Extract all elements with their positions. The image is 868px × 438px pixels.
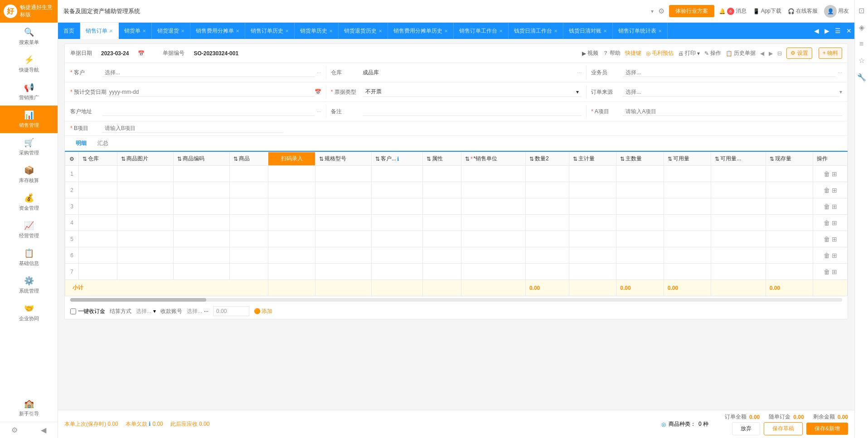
tab-close-icon[interactable]: ✕ bbox=[378, 29, 382, 34]
table-cell[interactable] bbox=[766, 198, 813, 215]
history-btn[interactable]: 📋 历史单据 bbox=[726, 49, 756, 57]
table-cell[interactable] bbox=[461, 182, 525, 198]
print-dropdown-icon[interactable]: ▾ bbox=[697, 50, 700, 57]
table-cell[interactable] bbox=[315, 215, 372, 231]
user-menu[interactable]: 👤 用友 bbox=[824, 5, 849, 18]
table-cell[interactable] bbox=[766, 215, 813, 231]
table-cell[interactable] bbox=[268, 182, 315, 198]
table-cell[interactable] bbox=[461, 264, 525, 280]
table-cell[interactable] bbox=[616, 247, 664, 264]
profit-btn[interactable]: ◎ 毛利预估 bbox=[646, 49, 674, 57]
table-cell[interactable] bbox=[422, 264, 461, 280]
col-spec[interactable]: ⇅ 规格型号 bbox=[315, 152, 372, 166]
nav-close-btn[interactable]: ✕ bbox=[844, 23, 854, 39]
table-cell[interactable] bbox=[616, 264, 664, 280]
delete-row-btn[interactable]: 🗑 bbox=[824, 236, 830, 243]
table-cell[interactable] bbox=[664, 247, 711, 264]
warehouse-more-icon[interactable]: ··· bbox=[577, 69, 582, 76]
table-cell[interactable] bbox=[461, 215, 525, 231]
right-star-icon[interactable]: ☆ bbox=[857, 54, 867, 67]
table-cell[interactable] bbox=[616, 231, 664, 247]
table-cell[interactable] bbox=[229, 231, 268, 247]
table-cell[interactable] bbox=[616, 182, 664, 198]
table-cell[interactable] bbox=[229, 247, 268, 264]
table-cell[interactable] bbox=[616, 166, 664, 182]
table-cell[interactable] bbox=[664, 215, 711, 231]
goods-count-icon[interactable]: ◎ bbox=[661, 421, 666, 428]
table-cell[interactable] bbox=[229, 182, 268, 198]
table-cell[interactable] bbox=[664, 166, 711, 182]
table-cell[interactable] bbox=[315, 231, 372, 247]
tab-close-icon[interactable]: ✕ bbox=[499, 29, 503, 34]
calendar2-icon[interactable]: 📅 bbox=[315, 89, 321, 95]
table-cell[interactable] bbox=[372, 247, 423, 264]
col-available2[interactable]: ⇅ 可用量... bbox=[711, 152, 766, 166]
shortcut-btn[interactable]: 快捷键 bbox=[625, 49, 641, 57]
table-cell[interactable] bbox=[711, 215, 766, 231]
a-project-input[interactable] bbox=[623, 107, 842, 116]
horizontal-scroll[interactable] bbox=[65, 296, 848, 303]
table-cell[interactable] bbox=[664, 231, 711, 247]
sidebar-item-basic[interactable]: 📋 基础信息 bbox=[0, 244, 58, 271]
table-cell[interactable] bbox=[766, 247, 813, 264]
pay-method-dropdown[interactable]: ▾ bbox=[153, 308, 156, 314]
table-cell[interactable] bbox=[711, 166, 766, 182]
tab-detail[interactable]: 明细 bbox=[70, 136, 92, 152]
table-cell[interactable] bbox=[569, 247, 616, 264]
table-cell[interactable] bbox=[117, 182, 174, 198]
save-draft-button[interactable]: 保存草稿 bbox=[764, 422, 803, 435]
table-cell[interactable] bbox=[569, 182, 616, 198]
tab-sales-expense[interactable]: 销售费用分摊单 ✕ bbox=[190, 23, 245, 39]
table-cell[interactable] bbox=[268, 231, 315, 247]
table-cell[interactable] bbox=[229, 166, 268, 182]
table-cell[interactable] bbox=[525, 231, 569, 247]
table-cell[interactable] bbox=[766, 231, 813, 247]
col-qty2[interactable]: ⇅ 数量2 bbox=[525, 152, 569, 166]
table-cell[interactable] bbox=[117, 264, 174, 280]
tab-close-icon[interactable]: ✕ bbox=[554, 29, 558, 34]
table-cell[interactable] bbox=[525, 166, 569, 182]
settings-btn[interactable]: ⚙ 设置 bbox=[786, 48, 812, 59]
tab-close-icon[interactable]: ✕ bbox=[329, 29, 333, 34]
right-tool-icon[interactable]: 🔧 bbox=[855, 71, 868, 83]
tab-cash-reconcile[interactable]: 钱货日清对账 ✕ bbox=[563, 23, 613, 39]
tab-close-icon[interactable]: ✕ bbox=[142, 29, 146, 34]
address-more-icon[interactable]: ··· bbox=[317, 108, 321, 115]
table-cell[interactable] bbox=[422, 198, 461, 215]
dropdown-icon[interactable]: ▾ bbox=[651, 8, 654, 14]
tab-sales-receipt[interactable]: 销货单 ✕ bbox=[119, 23, 152, 39]
tab-close-icon[interactable]: ✕ bbox=[236, 29, 239, 34]
right-list-icon[interactable]: ≡ bbox=[858, 38, 865, 50]
tab-expense-history[interactable]: 销售费用分摊单历史 ✕ bbox=[388, 23, 454, 39]
table-cell[interactable] bbox=[173, 264, 229, 280]
nav-record-prev[interactable]: ◀ bbox=[760, 50, 764, 57]
col-warehouse[interactable]: ⇅ 仓库 bbox=[79, 152, 117, 166]
salesperson-more-icon[interactable]: ··· bbox=[838, 69, 842, 76]
sidebar-item-enterprise[interactable]: 🤝 企业协同 bbox=[0, 299, 58, 327]
table-cell[interactable] bbox=[461, 166, 525, 182]
table-cell[interactable] bbox=[268, 247, 315, 264]
table-cell[interactable] bbox=[616, 198, 664, 215]
col-product-code[interactable]: ⇅ 商品编码 bbox=[173, 152, 229, 166]
collection-dots[interactable]: ··· bbox=[204, 308, 209, 314]
table-cell[interactable] bbox=[525, 264, 569, 280]
table-cell[interactable] bbox=[664, 264, 711, 280]
copy-row-btn[interactable]: ⊞ bbox=[832, 236, 837, 243]
sidebar-item-marketing[interactable]: 📢 营销推广 bbox=[0, 78, 58, 106]
table-cell[interactable] bbox=[525, 182, 569, 198]
col-product[interactable]: ⇅ 商品 bbox=[229, 152, 268, 166]
col-scan[interactable]: 扫码录入 bbox=[268, 152, 315, 166]
table-cell[interactable] bbox=[422, 247, 461, 264]
solution-button[interactable]: 体验行业方案 bbox=[669, 5, 714, 17]
table-cell[interactable] bbox=[173, 182, 229, 198]
copy-row-btn[interactable]: ⊞ bbox=[832, 252, 837, 259]
sidebar-item-system[interactable]: ⚙️ 系统管理 bbox=[0, 271, 58, 299]
copy-row-btn[interactable]: ⊞ bbox=[832, 219, 837, 226]
table-cell[interactable] bbox=[569, 215, 616, 231]
tab-return-history[interactable]: 销货退货历史 ✕ bbox=[339, 23, 388, 39]
add-material-btn[interactable]: + 物料 bbox=[819, 48, 842, 59]
nav-prev-btn[interactable]: ◀ bbox=[811, 23, 822, 39]
table-cell[interactable] bbox=[117, 166, 174, 182]
customer-input[interactable] bbox=[102, 68, 315, 77]
b-project-input[interactable] bbox=[102, 124, 283, 133]
